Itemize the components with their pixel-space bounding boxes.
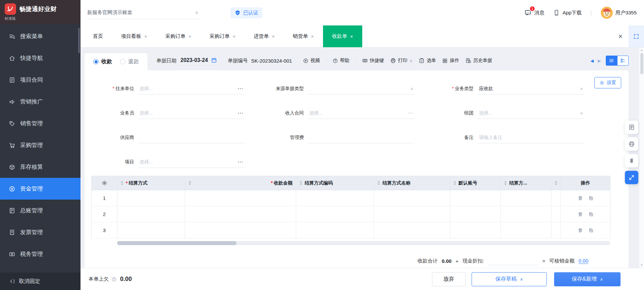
project-field[interactable]: 选择... ··· <box>138 156 245 168</box>
tab-purchase-order-1[interactable]: 采购订单 × <box>156 25 201 47</box>
close-icon[interactable]: × <box>144 33 147 39</box>
cell-extra[interactable] <box>551 190 561 206</box>
cell-settlement-extra[interactable] <box>501 190 551 206</box>
sidebar-item-purchase[interactable]: 采购管理 <box>0 134 80 156</box>
doc-date-field[interactable]: 2023-03-24 <box>180 56 218 66</box>
group-select[interactable]: 选择... ∨ <box>478 107 584 119</box>
sidebar-item-search-menu[interactable]: 搜索菜单 <box>0 25 80 47</box>
copy-row-icon[interactable] <box>588 212 594 217</box>
cell-receipt-amount[interactable] <box>185 206 296 222</box>
user-menu[interactable]: 用户3355 <box>601 7 637 19</box>
column-header-extra[interactable] <box>551 176 561 190</box>
sidebar-item-project-contract[interactable]: 项目合同 <box>0 69 80 91</box>
sidebar-item-marketing[interactable]: 营销推广 <box>0 91 80 113</box>
abandon-button[interactable]: 放弃 <box>432 272 466 286</box>
cell-default-account[interactable] <box>450 222 501 238</box>
prev-doc-icon[interactable]: ◀ <box>590 58 594 63</box>
chevron-down-icon[interactable]: ∨ <box>580 86 583 91</box>
scrollbar-thumb[interactable] <box>117 241 236 245</box>
table-column-settings-button[interactable] <box>92 176 117 190</box>
supplier-field[interactable] <box>138 132 245 143</box>
actions-button[interactable]: 操作 <box>442 58 459 64</box>
delete-row-icon[interactable] <box>578 196 583 201</box>
pick-list-button[interactable]: 选单 <box>419 58 436 64</box>
salesperson-field[interactable]: 选择... ··· <box>138 107 245 119</box>
ellipsis-picker-icon[interactable]: ··· <box>238 86 244 91</box>
cell-settlement-name[interactable] <box>374 190 450 206</box>
close-icon[interactable]: × <box>350 33 353 39</box>
column-header-settlement-method[interactable]: * 结算方式 <box>117 176 185 190</box>
cash-discount-input[interactable] <box>488 257 538 265</box>
app-download-button[interactable]: App下载 <box>553 9 582 16</box>
save-draft-button[interactable]: 保存草稿 ∧ <box>472 272 547 286</box>
list-view-button[interactable] <box>606 56 617 66</box>
cell-default-account[interactable] <box>450 206 501 222</box>
cell-settlement-code[interactable] <box>296 190 374 206</box>
question-circle-icon[interactable] <box>111 277 117 282</box>
column-header-receipt-amount[interactable]: *收款金额 <box>185 176 296 190</box>
chevron-down-icon[interactable]: ∨ <box>580 111 583 116</box>
income-contract-field[interactable]: 选择... ··· <box>308 107 415 119</box>
save-and-new-button[interactable]: 保存&新增 ∧ <box>554 272 621 286</box>
column-header-settlement-truncated[interactable]: 结算方... <box>501 176 551 190</box>
history-button[interactable]: 历史单据 <box>465 58 492 64</box>
ellipsis-picker-icon[interactable]: ··· <box>238 159 244 165</box>
business-type-select[interactable]: 应收款 ∨ <box>478 83 584 94</box>
sidebar-scrollbar-thumb[interactable] <box>78 28 80 53</box>
help-button[interactable]: 帮助 <box>332 58 350 64</box>
close-icon[interactable]: × <box>233 33 236 39</box>
cell-settlement-name[interactable] <box>374 222 450 238</box>
close-icon[interactable]: × <box>311 33 314 39</box>
ellipsis-picker-icon[interactable]: ··· <box>238 111 244 116</box>
close-all-tabs-icon[interactable]: × <box>612 25 629 47</box>
cell-settlement-method[interactable] <box>117 206 185 222</box>
cell-settlement-extra[interactable] <box>501 222 551 238</box>
sort-icon[interactable] <box>453 181 456 185</box>
cell-settlement-method[interactable] <box>117 190 185 206</box>
tab-receipt-active[interactable]: 收款单 × <box>323 25 362 47</box>
settings-button[interactable]: 设置 <box>594 77 621 88</box>
cell-settlement-code[interactable] <box>296 206 374 222</box>
cell-receipt-amount[interactable] <box>185 222 296 238</box>
cell-settlement-extra[interactable] <box>501 206 551 222</box>
content-vertical-scrollbar[interactable]: ▲ ▼ <box>639 48 644 268</box>
column-header-settlement-name[interactable]: 结算方式名称 <box>374 176 450 190</box>
table-horizontal-scrollbar[interactable] <box>117 241 610 245</box>
column-header-default-account[interactable]: 默认账号 <box>450 176 501 190</box>
cell-extra[interactable] <box>551 222 561 238</box>
sort-icon[interactable] <box>377 181 380 185</box>
column-header-settlement-code[interactable]: 结算方式编码 <box>296 176 374 190</box>
chevron-down-icon[interactable]: ∨ <box>410 86 413 91</box>
cell-settlement-code[interactable] <box>296 222 374 238</box>
sort-icon[interactable] <box>300 181 302 185</box>
sidebar-item-funds[interactable]: 资金管理 <box>0 178 80 200</box>
calendar-icon[interactable] <box>211 57 217 63</box>
card-view-button[interactable] <box>617 56 629 66</box>
sort-icon[interactable] <box>555 181 557 185</box>
close-icon[interactable]: × <box>272 33 275 39</box>
tab-home[interactable]: 首页 <box>84 25 112 47</box>
cell-receipt-amount[interactable] <box>185 190 296 206</box>
management-fee-field[interactable] <box>308 132 415 143</box>
tab-inbound-order[interactable]: 进货单 × <box>245 25 284 47</box>
hotkeys-button[interactable]: 快捷键 <box>362 58 384 64</box>
copy-row-icon[interactable] <box>588 228 594 233</box>
print-button[interactable]: 打印 ∨ <box>390 58 413 64</box>
messages-button[interactable]: 1 消息 <box>524 9 544 16</box>
cell-settlement-name[interactable] <box>374 206 450 222</box>
writeoff-value[interactable]: 0.00 <box>579 258 588 264</box>
scrollbar-thumb[interactable] <box>640 53 643 74</box>
remarks-field[interactable]: 请输入备注 <box>478 132 584 143</box>
print-icon[interactable] <box>625 137 638 151</box>
delete-row-icon[interactable] <box>578 212 583 217</box>
delete-row-icon[interactable] <box>578 228 583 233</box>
sort-icon[interactable] <box>121 181 123 185</box>
refund-radio[interactable]: 退款 <box>120 58 139 65</box>
video-button[interactable]: 视频 <box>303 58 320 64</box>
counterparty-field[interactable]: 选择... ··· <box>138 83 245 94</box>
tab-purchase-order-2[interactable]: 采购订单 × <box>201 25 245 47</box>
sidebar-item-inventory[interactable]: 库存核算 <box>0 156 80 178</box>
sidebar-item-sales[interactable]: 销售管理 <box>0 113 80 134</box>
certified-badge[interactable]: 已认证 <box>230 7 262 18</box>
account-set-select[interactable]: 新服务官网演示账套 ∨ <box>87 6 199 19</box>
